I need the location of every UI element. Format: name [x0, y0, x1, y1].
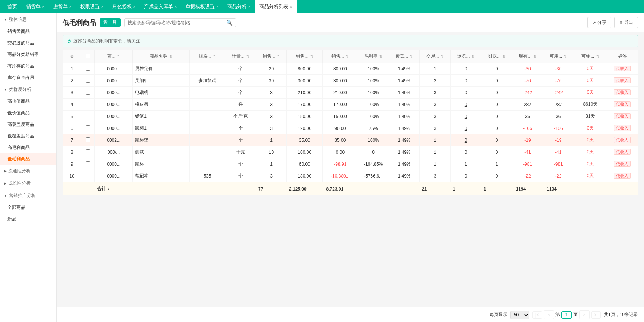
- th-coverage[interactable]: 覆盖... ⇅: [389, 50, 420, 63]
- sidebar-item-low-value[interactable]: 低价值商品: [0, 107, 56, 119]
- row-checkbox[interactable]: [86, 90, 90, 95]
- row-checkbox[interactable]: [86, 66, 90, 71]
- nav-permission[interactable]: 权限设置 ×: [76, 0, 108, 13]
- cell-browse1: 0: [451, 146, 481, 158]
- total-stock2: -1194: [543, 182, 574, 195]
- sidebar-item-all-goods[interactable]: 全部商品: [0, 202, 56, 213]
- th-spec-sort: ⇅: [213, 55, 216, 58]
- nav-product-entry[interactable]: 产成品入库单 ×: [140, 0, 181, 13]
- table-row: 9 0000... 鼠标 个 1 60.00 -98.91 -164.85% 1…: [63, 158, 638, 170]
- select-all-checkbox[interactable]: [86, 54, 90, 58]
- sidebar-item-low-margin[interactable]: 低毛利商品: [0, 153, 56, 165]
- sidebar-item-low-coverage[interactable]: 低覆盖度商品: [0, 130, 56, 142]
- th-code[interactable]: 商... ⇅: [95, 50, 133, 63]
- search-input[interactable]: [128, 20, 226, 25]
- sidebar-item-high-margin[interactable]: 高毛利商品: [0, 142, 56, 153]
- cell-coverage: 1.49%: [389, 111, 420, 122]
- sidebar-item-high-value[interactable]: 高价值商品: [0, 96, 56, 107]
- nav-purchase[interactable]: 进货单 ×: [49, 0, 76, 13]
- per-page-select[interactable]: 20 50 100: [510, 311, 529, 319]
- th-txn[interactable]: 交易... ⇅: [420, 50, 451, 63]
- cell-code: 000/...: [95, 146, 133, 158]
- th-spec[interactable]: 规格... ⇅: [190, 50, 225, 63]
- prev-page-button[interactable]: ＜: [544, 310, 554, 319]
- sidebar-item-high-coverage[interactable]: 高覆盖度商品: [0, 119, 56, 130]
- sidebar-item-category-rate[interactable]: 商品分类助销率: [0, 49, 56, 60]
- cell-cb: [81, 158, 95, 170]
- th-browse2-sort: ⇅: [503, 55, 506, 58]
- cell-gross: -5766.6...: [358, 170, 389, 182]
- nav-permission-close[interactable]: ×: [101, 5, 103, 9]
- cell-txn: 3: [420, 170, 451, 182]
- export-icon: ⬆: [619, 20, 623, 25]
- cell-browse1: 0: [451, 170, 481, 182]
- first-page-button[interactable]: |<: [532, 311, 542, 319]
- sidebar-item-new-goods[interactable]: 新品: [0, 213, 56, 225]
- cell-price1: 100.00: [287, 146, 323, 158]
- cell-code: 0000...: [95, 111, 133, 122]
- row-checkbox[interactable]: [86, 114, 90, 118]
- sidebar-group-overall[interactable]: ▼ 整体信息: [0, 13, 56, 26]
- th-code-label: 商...: [107, 54, 115, 59]
- nav-role-close[interactable]: ×: [133, 5, 135, 9]
- th-stock1[interactable]: 现有... ⇅: [512, 50, 543, 63]
- export-button[interactable]: ⬆ 导出: [614, 17, 638, 28]
- sidebar-item-sales-goods[interactable]: 销售类商品: [0, 26, 56, 37]
- cell-sell-days: 0天: [574, 75, 607, 87]
- nav-goods-analysis-close[interactable]: ×: [248, 5, 250, 9]
- nav-goods-analysis-list[interactable]: 商品分析列表 ×: [255, 0, 297, 13]
- nav-sales-close[interactable]: ×: [42, 5, 44, 9]
- row-checkbox[interactable]: [86, 125, 90, 130]
- th-sellable[interactable]: 可销... ⇅: [574, 50, 607, 63]
- th-txn-label: 交易...: [426, 54, 439, 59]
- row-checkbox[interactable]: [86, 137, 90, 142]
- nav-role[interactable]: 角色授权 ×: [108, 0, 140, 13]
- th-price1[interactable]: 销售... ⇅: [287, 50, 323, 63]
- th-name[interactable]: 商品名称 ⇅: [133, 50, 190, 63]
- share-button[interactable]: ↗ 分享: [587, 17, 611, 28]
- sidebar-group-cluster[interactable]: ▼ 类群度分析: [0, 83, 56, 96]
- last-page-button[interactable]: >|: [591, 311, 601, 319]
- cell-unit: 件: [225, 99, 256, 111]
- nav-template[interactable]: 单据模板设置 ×: [181, 0, 223, 13]
- search-icon[interactable]: 🔍: [226, 20, 233, 26]
- cell-price2: 150.00: [323, 111, 358, 122]
- cell-qty: 1: [256, 134, 287, 146]
- th-unit[interactable]: 计量... ⇅: [225, 50, 256, 63]
- cell-coverage: 1.49%: [389, 170, 420, 182]
- cell-gross: 100%: [358, 134, 389, 146]
- th-stock2[interactable]: 可用... ⇅: [543, 50, 574, 63]
- nav-home[interactable]: 首页: [3, 0, 22, 13]
- nav-product-entry-close[interactable]: ×: [174, 5, 177, 9]
- row-checkbox[interactable]: [86, 161, 90, 166]
- th-browse2[interactable]: 浏览... ⇅: [481, 50, 512, 63]
- nav-template-close[interactable]: ×: [216, 5, 218, 9]
- nav-sales[interactable]: 销货单 ×: [22, 0, 49, 13]
- sidebar-item-capital[interactable]: 库存资金占用: [0, 72, 56, 83]
- sidebar-group-growth[interactable]: ▶ 成长性分析: [0, 177, 56, 189]
- th-gross[interactable]: 毛利率 ⇅: [358, 50, 389, 63]
- settings-icon[interactable]: ⚙: [70, 54, 74, 59]
- sidebar-item-stock-goods[interactable]: 有库存的商品: [0, 60, 56, 72]
- next-page-button[interactable]: ＞: [579, 310, 590, 319]
- row-checkbox[interactable]: [86, 102, 90, 106]
- row-checkbox[interactable]: [86, 173, 90, 178]
- th-browse1[interactable]: 浏览... ⇅: [451, 50, 481, 63]
- sidebar-group-circulation[interactable]: ▶ 流通性分析: [0, 165, 56, 177]
- time-filter-button[interactable]: 近一月: [100, 18, 121, 27]
- th-qty[interactable]: 销售... ⇅: [256, 50, 287, 63]
- th-browse2-label: 浏览...: [488, 54, 500, 59]
- cell-browse1: 0: [451, 99, 481, 111]
- sidebar-item-traded-goods[interactable]: 交易过的商品: [0, 37, 56, 49]
- cell-stock2: -30: [543, 63, 574, 75]
- row-checkbox[interactable]: [86, 149, 90, 154]
- sidebar-group-marketing[interactable]: ▼ 营销推广分析: [0, 189, 56, 202]
- nav-goods-analysis[interactable]: 商品分析 ×: [223, 0, 255, 13]
- cell-price2: 0.00: [323, 146, 358, 158]
- nav-purchase-close[interactable]: ×: [69, 5, 71, 9]
- row-checkbox[interactable]: [86, 78, 90, 83]
- cell-code: 0002...: [95, 134, 133, 146]
- cell-coverage: 1.49%: [389, 99, 420, 111]
- th-price2[interactable]: 销售... ⇅: [323, 50, 358, 63]
- nav-goods-list-close[interactable]: ×: [290, 5, 292, 9]
